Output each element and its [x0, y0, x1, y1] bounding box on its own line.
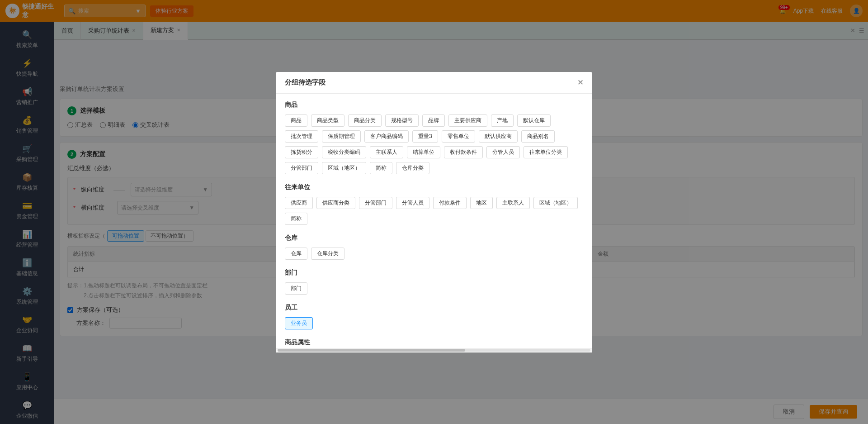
employee-section-title: 员工	[285, 304, 583, 312]
field-tag-manager[interactable]: 分管人员	[486, 146, 520, 158]
field-tag-region-location[interactable]: 区域（地区）	[322, 162, 366, 174]
field-tag-supplier[interactable]: 供应商	[285, 197, 313, 209]
field-tag-product[interactable]: 商品	[285, 114, 307, 127]
warehouse-section: 仓库 仓库 仓库分类	[285, 234, 583, 260]
field-tag-product-category[interactable]: 商品分类	[348, 114, 382, 127]
field-tag-brand[interactable]: 品牌	[422, 114, 445, 127]
field-tag-dept[interactable]: 分管部门	[359, 197, 392, 209]
warehouse-field-tags: 仓库 仓库分类	[285, 248, 583, 260]
field-tag-area[interactable]: 地区	[470, 197, 493, 209]
modal-body: 商品 商品 商品类型 商品分类 规格型号 品牌 主要供应商 产地 默认仓库 批次…	[276, 94, 592, 348]
field-tag-main-contact[interactable]: 主联系人	[370, 146, 403, 158]
product-attr-section: 商品属性 属性 颜色 多规格 尺码 鞋码 1	[285, 338, 583, 348]
field-tag-department[interactable]: 部门	[285, 282, 307, 295]
field-tag-abbr[interactable]: 简称	[285, 213, 307, 225]
field-tag-payment-condition[interactable]: 付款条件	[433, 197, 467, 209]
product-field-tags: 商品 商品类型 商品分类 规格型号 品牌 主要供应商 产地 默认仓库 批次管理 …	[285, 114, 583, 174]
product-attr-section-title: 商品属性	[285, 338, 583, 347]
partner-field-tags: 供应商 供应商分类 分管部门 分管人员 付款条件 地区 主联系人 区域（地区） …	[285, 197, 583, 225]
department-section-title: 部门	[285, 269, 583, 277]
field-tag-mgmt-dept[interactable]: 分管部门	[285, 162, 318, 174]
field-tag-default-warehouse[interactable]: 默认仓库	[517, 114, 551, 127]
modal-header: 分组待选字段 ✕	[276, 72, 592, 94]
field-tag-settlement-unit[interactable]: 结算单位	[407, 146, 440, 158]
field-tag-warehouse-category[interactable]: 仓库分类	[396, 162, 429, 174]
partner-section-title: 往来单位	[285, 183, 583, 191]
field-tag-wh-category[interactable]: 仓库分类	[311, 248, 344, 260]
field-tag-payment-terms[interactable]: 收付款条件	[444, 146, 483, 158]
field-tag-from-unit-category[interactable]: 往来单位分类	[524, 146, 568, 158]
employee-field-tags: 业务员	[285, 317, 583, 329]
field-tag-main-supplier[interactable]: 主要供应商	[448, 114, 487, 127]
field-tag-product-alias[interactable]: 商品别名	[521, 130, 555, 143]
field-tag-short-name[interactable]: 简称	[370, 162, 392, 174]
field-tag-contact-person[interactable]: 主联系人	[496, 197, 530, 209]
modal-close-button[interactable]: ✕	[577, 78, 583, 87]
field-tag-default-supplier[interactable]: 默认供应商	[479, 130, 518, 143]
field-tag-wh[interactable]: 仓库	[285, 248, 307, 260]
partner-section: 往来单位 供应商 供应商分类 分管部门 分管人员 付款条件 地区 主联系人 区域…	[285, 183, 583, 225]
field-tag-quality-mgmt[interactable]: 保质期管理	[322, 130, 361, 143]
scrollbar-thumb[interactable]	[278, 349, 465, 352]
field-tag-weight3[interactable]: 重量3	[412, 130, 438, 143]
scrollbar-track	[278, 349, 590, 352]
field-tag-salesperson[interactable]: 业务员	[285, 317, 313, 329]
field-tag-tax-category-code[interactable]: 税收分类编码	[322, 146, 366, 158]
field-tag-supplier-category[interactable]: 供应商分类	[316, 197, 355, 209]
warehouse-section-title: 仓库	[285, 234, 583, 242]
field-tag-customer-code[interactable]: 客户商品编码	[364, 130, 409, 143]
field-tag-retail-unit[interactable]: 零售单位	[442, 130, 475, 143]
product-section: 商品 商品 商品类型 商品分类 规格型号 品牌 主要供应商 产地 默认仓库 批次…	[285, 101, 583, 174]
modal: 分组待选字段 ✕ 商品 商品 商品类型 商品分类 规格型号 品牌 主要供应商 产…	[276, 72, 592, 353]
field-tag-spec-type[interactable]: 规格型号	[385, 114, 419, 127]
product-section-title: 商品	[285, 101, 583, 109]
field-tag-pickup-points[interactable]: 拣货积分	[285, 146, 318, 158]
modal-bottom-scrollbar	[276, 348, 592, 353]
field-tag-product-type[interactable]: 商品类型	[311, 114, 344, 127]
department-section: 部门 部门	[285, 269, 583, 295]
employee-section: 员工 业务员	[285, 304, 583, 329]
field-tag-origin[interactable]: 产地	[491, 114, 514, 127]
modal-overlay[interactable]: 分组待选字段 ✕ 商品 商品 商品类型 商品分类 规格型号 品牌 主要供应商 产…	[0, 0, 868, 424]
modal-title: 分组待选字段	[285, 78, 326, 87]
field-tag-dept-person[interactable]: 分管人员	[396, 197, 429, 209]
field-tag-batch-mgmt[interactable]: 批次管理	[285, 130, 318, 143]
department-field-tags: 部门	[285, 282, 583, 295]
field-tag-area-region[interactable]: 区域（地区）	[533, 197, 578, 209]
